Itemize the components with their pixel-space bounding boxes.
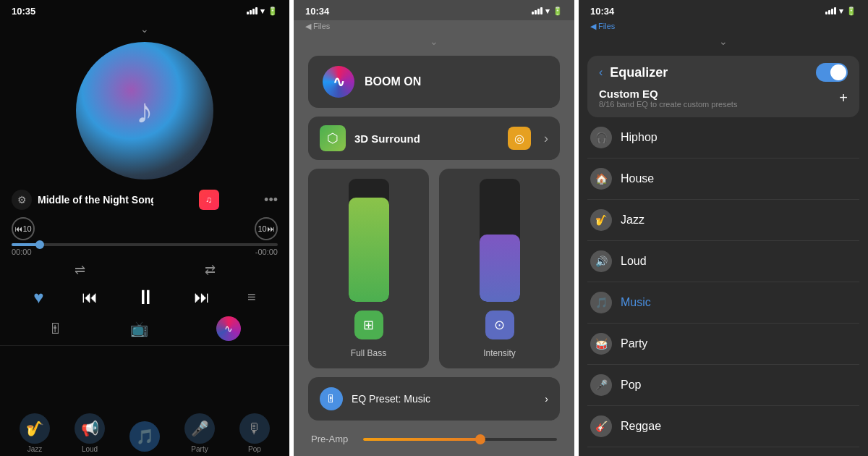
eq-item-hiphop[interactable]: 🎧 Hiphop: [587, 117, 859, 159]
time-current: 00:00: [12, 248, 32, 256]
gear-button[interactable]: ⚙: [12, 190, 32, 210]
custom-eq-title: Custom EQ: [599, 88, 737, 100]
eq-title: Equalizer: [610, 65, 809, 80]
eq-back-button[interactable]: ‹: [599, 66, 603, 79]
nav-item-party[interactable]: 🎤 Party: [184, 413, 215, 453]
eq-item-label-house: House: [621, 172, 654, 185]
bass-slider-card: ⊞ Full Bass: [308, 169, 429, 368]
eq-preset-label: EQ Preset: Music: [352, 393, 536, 405]
intensity-slider-track[interactable]: [480, 179, 520, 302]
bass-label: Full Bass: [351, 348, 386, 358]
nav-jazz-label: Jazz: [27, 445, 43, 453]
music-player-panel: 10:35 ▾ 🔋 ⌄ ♪ ⚙ Middle of the Night Song…: [0, 0, 289, 456]
bottom-tools: 🎚 📺 ∿: [0, 312, 289, 345]
eq-item-icon-reggae: 🎸: [590, 415, 612, 437]
back-files-3[interactable]: ◀ Files: [579, 20, 868, 33]
eq-item-pop[interactable]: 🎤 Pop: [587, 365, 859, 406]
progress-fill: [12, 243, 38, 246]
nav-loud-label: Loud: [82, 445, 98, 453]
eq-item-rock[interactable]: 🎸 Rock: [587, 447, 859, 456]
skip-back-10-button[interactable]: ⏮10: [12, 217, 35, 240]
battery-icon-3: 🔋: [846, 7, 856, 16]
pause-button[interactable]: ⏸: [135, 285, 156, 309]
collapse-chevron-2[interactable]: ⌄: [294, 33, 574, 48]
boom-button[interactable]: ∿: [216, 316, 241, 341]
eq-item-music[interactable]: 🎵 Music: [587, 282, 859, 324]
surround-next-icon: ◎: [508, 127, 531, 150]
next-button[interactable]: ⏭: [194, 288, 210, 307]
nav-item-pop[interactable]: 🎙 Pop: [239, 413, 270, 453]
preamp-row: Pre-Amp: [308, 429, 560, 449]
collapse-chevron-1[interactable]: ⌄: [0, 20, 289, 36]
effects-content: ∿ BOOM ON ⬡ 3D Surround ◎ › ⊞ Full Bass …: [294, 48, 574, 456]
nav-loud-icon: 📢: [75, 413, 105, 444]
preamp-slider[interactable]: [363, 438, 557, 441]
add-preset-button[interactable]: +: [839, 90, 848, 106]
album-art: ♪: [76, 42, 213, 180]
preamp-thumb: [475, 434, 485, 444]
eq-sliders-button[interactable]: 🎚: [48, 321, 63, 337]
eq-preset-list: 🎧 Hiphop 🏠 House 🎷 Jazz 🔊 Loud 🎵 Music 🥁…: [579, 117, 868, 456]
shuffle-button[interactable]: ⇌: [75, 262, 85, 278]
eq-preset-chevron-icon: ›: [545, 393, 548, 405]
previous-button[interactable]: ⏮: [82, 288, 98, 307]
eq-item-label-music: Music: [621, 296, 651, 309]
status-bar-3: 10:34 ▾ 🔋: [579, 0, 868, 20]
nav-item-loud[interactable]: 📢 Loud: [75, 413, 105, 453]
status-icons-3: ▾ 🔋: [825, 7, 856, 16]
preamp-label: Pre-Amp: [311, 434, 354, 444]
signal-icon-2: [532, 7, 542, 14]
custom-eq-subtitle: 8/16 band EQ to create custom presets: [599, 100, 737, 109]
wifi-icon: ▾: [260, 7, 265, 16]
eq-item-party[interactable]: 🥁 Party: [587, 324, 859, 365]
status-bar-1: 10:35 ▾ 🔋: [0, 0, 289, 20]
status-icons-2: ▾ 🔋: [532, 7, 563, 16]
battery-icon: 🔋: [268, 7, 278, 16]
eq-item-label-loud: Loud: [621, 255, 647, 268]
repeat-button[interactable]: ⇄: [205, 262, 216, 278]
album-art-container: ♪: [0, 36, 289, 187]
queue-button[interactable]: ≡: [247, 289, 256, 305]
eq-item-house[interactable]: 🏠 House: [587, 159, 859, 200]
surround-chevron-icon: ›: [544, 131, 548, 146]
bass-slider-track[interactable]: [349, 179, 389, 302]
eq-item-jazz[interactable]: 🎷 Jazz: [587, 200, 859, 241]
apple-music-icon[interactable]: ♫: [199, 190, 219, 210]
surround-icon: ⬡: [320, 125, 346, 151]
surround-button[interactable]: ⬡ 3D Surround ◎ ›: [308, 117, 560, 160]
eq-item-reggae[interactable]: 🎸 Reggae: [587, 406, 859, 447]
nav-item-music[interactable]: 🎵: [129, 421, 160, 453]
custom-eq-info: Custom EQ 8/16 band EQ to create custom …: [599, 88, 737, 109]
intensity-icon-button[interactable]: ⊙: [485, 311, 514, 339]
bass-slider-fill: [349, 198, 389, 303]
surround-label: 3D Surround: [354, 132, 499, 145]
favorite-button[interactable]: ♥: [33, 287, 43, 308]
back-files-2[interactable]: ◀ Files: [294, 20, 574, 33]
eq-item-label-party: Party: [621, 337, 647, 350]
wifi-icon-3: ▾: [839, 7, 843, 16]
bass-icon-button[interactable]: ⊞: [354, 311, 383, 339]
playback-row: ♥ ⏮ ⏸ ⏭ ≡: [0, 282, 289, 312]
nav-item-jazz[interactable]: 🎷 Jazz: [20, 413, 50, 453]
eq-item-icon-music: 🎵: [590, 292, 612, 313]
airplay-button[interactable]: 📺: [130, 320, 148, 337]
progress-bar[interactable]: [12, 243, 278, 246]
eq-item-label-jazz: Jazz: [621, 214, 644, 227]
music-note-icon: ♪: [136, 91, 153, 131]
intensity-label: Intensity: [483, 348, 516, 358]
eq-item-loud[interactable]: 🔊 Loud: [587, 241, 859, 282]
boom-on-button[interactable]: ∿ BOOM ON: [308, 56, 560, 108]
intensity-slider-fill: [480, 235, 520, 303]
nav-party-icon: 🎤: [184, 413, 215, 444]
collapse-chevron-3[interactable]: ⌄: [579, 33, 868, 48]
signal-icon-3: [825, 7, 836, 14]
preamp-fill: [363, 438, 480, 441]
intensity-slider-card: ⊙ Intensity: [439, 169, 560, 368]
bottom-nav: 🎷 Jazz 📢 Loud 🎵 🎤 Party 🎙 Pop: [0, 345, 289, 456]
eq-toggle-switch[interactable]: [816, 63, 848, 82]
controls-row: ⇌ ⇄: [0, 258, 289, 282]
time-row: 00:00 -00:00: [12, 248, 278, 256]
more-button[interactable]: •••: [264, 193, 278, 208]
eq-preset-button[interactable]: 🎚 EQ Preset: Music ›: [308, 377, 560, 421]
skip-forward-10-button[interactable]: 10⏭: [255, 217, 278, 240]
